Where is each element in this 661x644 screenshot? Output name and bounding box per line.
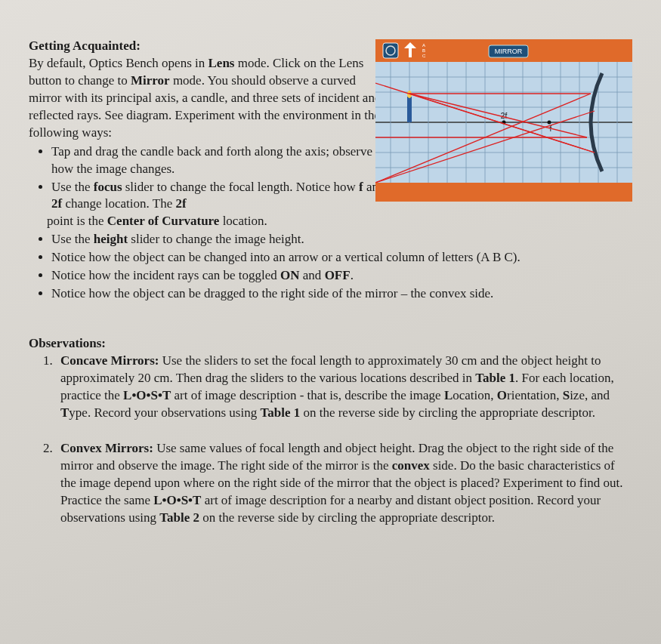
- svg-rect-0: [409, 48, 412, 57]
- getting-text-narrow: Getting Acquainted: By default, Optics B…: [29, 38, 391, 213]
- bf-f: 2f: [51, 196, 62, 211]
- getting-heading: Getting Acquainted:: [29, 39, 141, 53]
- mirror-button-label: MIRROR: [495, 48, 523, 55]
- bf-k: location.: [219, 214, 267, 228]
- o2-e: L•O•S•T: [153, 493, 201, 507]
- o1-a: Concave Mirrors:: [60, 353, 159, 368]
- observations-heading: Observations:: [29, 336, 106, 350]
- optics-diagram: A B C MIRROR: [375, 39, 632, 202]
- o1-f: art of image description - that is, desc…: [171, 388, 444, 402]
- bf-i: point is the: [47, 214, 107, 228]
- bt-a: Notice how the incident rays can be togg…: [51, 268, 280, 282]
- o2-h: on the reverse side by circling the appr…: [199, 510, 495, 525]
- o2-c: convex: [392, 458, 430, 473]
- bf-a: Use the: [51, 180, 94, 194]
- bt-e: .: [351, 268, 354, 282]
- o1-h: ocation,: [453, 388, 497, 402]
- bullet-toggle: Notice how the incident rays can be togg…: [51, 267, 633, 285]
- diagram-bottom-bar: [375, 183, 632, 202]
- observation-2: Convex Mirrors: Use same values of focal…: [56, 440, 633, 527]
- bt-c: and: [300, 268, 325, 282]
- bf-g: change location. The: [62, 196, 175, 211]
- bullet-focus-continue: point is the Center of Curvature locatio…: [47, 213, 633, 230]
- bf-b: focus: [94, 180, 122, 194]
- o1-p: on the reverse side by circling the appr…: [300, 405, 595, 420]
- optics-svg: A B C MIRROR: [375, 39, 632, 202]
- observation-1: Concave Mirrors: Use the sliders to set …: [56, 353, 633, 422]
- bt-b: ON: [280, 268, 300, 282]
- tool-button: [383, 43, 398, 58]
- o1-c: Table 1: [475, 371, 515, 385]
- observations-section: Observations: Concave Mirrors: Use the s…: [29, 335, 633, 526]
- bullet-focus: Use the focus slider to change the focal…: [51, 179, 391, 214]
- intro-part-a: By default, Optics Bench opens in: [29, 56, 208, 70]
- getting-acquainted-section: A B C MIRROR: [29, 38, 632, 303]
- bullet-drag: Tap and drag the candle back and forth a…: [51, 143, 391, 178]
- bf-c: slider to change the focal length. Notic…: [122, 180, 359, 194]
- svg-text:A: A: [422, 43, 425, 48]
- bh-c: slider to change the image height.: [128, 232, 304, 246]
- o1-j: rientation,: [507, 388, 563, 402]
- o1-l: ize, and: [570, 388, 610, 402]
- o2-g: Table 2: [159, 510, 199, 525]
- getting-text-wide: point is the Center of Curvature locatio…: [29, 213, 633, 303]
- bullet-height: Use the height slider to change the imag…: [51, 231, 633, 248]
- svg-text:B: B: [422, 48, 425, 53]
- intro-lens-bold: Lens: [208, 56, 235, 70]
- o1-o: Table 1: [260, 405, 300, 420]
- worksheet-page: A B C MIRROR: [0, 0, 661, 644]
- o1-e: L•O•S•T: [123, 388, 171, 402]
- bh-a: Use the: [51, 232, 94, 246]
- bf-j: Center of Curvature: [107, 214, 220, 228]
- o1-m: T: [60, 405, 69, 420]
- intro-mirror-bold: Mirror: [131, 73, 170, 88]
- bullet-abc: Notice how the object can be changed int…: [51, 249, 633, 267]
- o1-n: ype. Record your observations using: [69, 405, 260, 420]
- bh-b: height: [94, 232, 128, 246]
- o1-k: S: [563, 388, 570, 402]
- o1-g: L: [444, 388, 453, 402]
- bullet-convex: Notice how the object can be dragged to …: [51, 285, 633, 303]
- bf-h: 2f: [175, 196, 186, 211]
- f-point: [548, 121, 551, 125]
- svg-text:C: C: [422, 54, 426, 58]
- bt-d: OFF: [325, 268, 351, 282]
- o2-a: Convex Mirrors:: [60, 441, 153, 455]
- candle-body: [407, 97, 412, 122]
- o1-i: O: [497, 388, 507, 402]
